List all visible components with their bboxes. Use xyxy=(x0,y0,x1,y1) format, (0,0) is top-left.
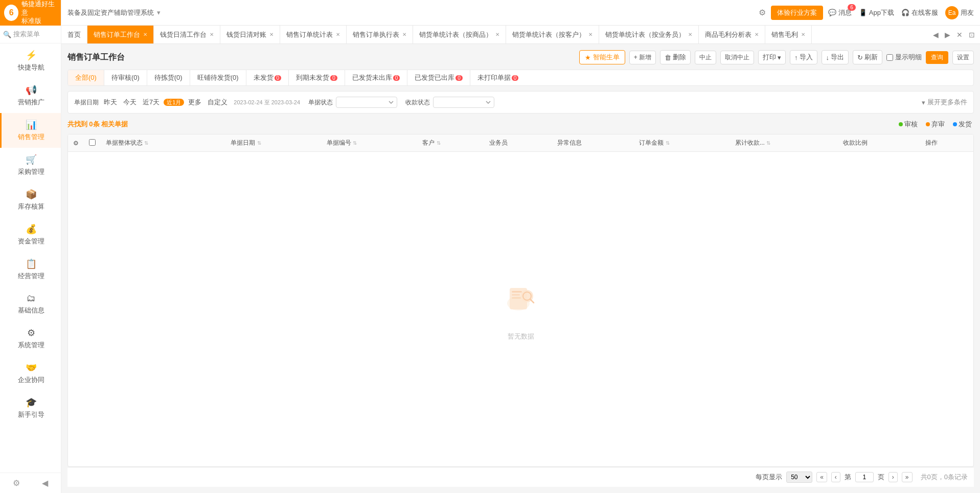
tab-close-product-margin[interactable]: ✕ xyxy=(755,32,759,37)
page-size-select[interactable]: 50 10 20 100 xyxy=(786,472,812,483)
tab-close-sales-exec[interactable]: ✕ xyxy=(402,32,406,37)
trial-btn[interactable]: 体验行业方案 xyxy=(771,6,823,20)
sidebar: 6 畅捷通好生意 标准版 🔍 搜索菜单 ⚡快捷导航📢营销推广📊销售管理🛒采购管理… xyxy=(0,0,61,493)
prev-page-btn[interactable]: ‹ xyxy=(831,472,840,482)
sidebar-item-finance[interactable]: 💰资金管理 xyxy=(0,217,61,252)
tab-product-margin[interactable]: 商品毛利分析表✕ xyxy=(699,26,765,44)
th-amount[interactable]: 订单金额 ⇅ xyxy=(634,135,730,152)
tab-cash-reconcile[interactable]: 钱货日清对账✕ xyxy=(220,26,280,44)
th-date[interactable]: 单据日期 ⇅ xyxy=(225,135,322,152)
th-staff[interactable]: 业务员 xyxy=(484,135,552,152)
sub-tab-pending-inspect[interactable]: 待拣货(0) xyxy=(147,70,190,85)
th-status[interactable]: 单据整体状态 ⇅ xyxy=(101,135,225,152)
date-option-近7天[interactable]: 近7天 xyxy=(141,97,162,107)
tab-sales-workbench[interactable]: 销售订单工作台✕ xyxy=(87,26,154,44)
audit-action-btn[interactable]: 审核 xyxy=(897,119,920,130)
sub-tab-shipped-out[interactable]: 已发货已出库0 xyxy=(407,70,470,85)
new-btn[interactable]: + 新增 xyxy=(629,51,656,64)
payment-select[interactable] xyxy=(433,97,494,108)
system-icon: ⚙ xyxy=(27,327,35,339)
stop-btn[interactable]: 中止 xyxy=(695,51,716,64)
sub-tab-all[interactable]: 全部(0) xyxy=(68,70,104,85)
ship-action-btn[interactable]: 发货 xyxy=(951,119,974,130)
page-number-input[interactable] xyxy=(855,472,874,482)
sidebar-item-sales[interactable]: 📊销售管理 xyxy=(0,113,61,148)
th-abnormal[interactable]: 异常信息 xyxy=(552,135,634,152)
next-page-btn[interactable]: › xyxy=(888,472,898,482)
online-service-btn[interactable]: 🎧 在线客服 xyxy=(901,8,938,17)
collapse-icon[interactable]: ◀ xyxy=(42,478,48,488)
sidebar-item-purchase[interactable]: 🛒采购管理 xyxy=(0,148,61,183)
query-btn[interactable]: 查询 xyxy=(926,51,948,64)
sidebar-item-enterprise[interactable]: 🤝企业协同 xyxy=(0,356,61,391)
tab-sales-stats-customer[interactable]: 销货单统计表（按客户）✕ xyxy=(506,26,599,44)
settings-icon[interactable]: ⚙ xyxy=(13,478,20,488)
show-detail-label[interactable]: 显示明细 xyxy=(886,53,922,62)
tab-right-arrow[interactable]: ▶ xyxy=(943,30,952,40)
tab-close-sales-stats-customer[interactable]: ✕ xyxy=(588,32,592,37)
settings-btn[interactable]: 设置 xyxy=(952,51,974,64)
tab-sales-stats-staff[interactable]: 销货单统计表（按业务员）✕ xyxy=(599,26,699,44)
sub-tab-not-shipped[interactable]: 未发货0 xyxy=(246,70,289,85)
sidebar-item-guide[interactable]: 🎓新手引导 xyxy=(0,391,61,425)
sidebar-item-system[interactable]: ⚙系统管理 xyxy=(0,321,61,356)
cancel-stop-btn[interactable]: 取消中止 xyxy=(720,51,754,64)
sidebar-item-inventory[interactable]: 📦库存核算 xyxy=(0,183,61,217)
tab-sales-exec[interactable]: 销售订单执行表✕ xyxy=(347,26,413,44)
tab-sales-profit[interactable]: 销售毛利✕ xyxy=(765,26,812,44)
date-option-今天[interactable]: 今天 xyxy=(121,97,139,107)
th-ratio[interactable]: 收款比例 xyxy=(838,135,920,152)
app-download-btn[interactable]: 📱 App下载 xyxy=(859,8,894,17)
import-btn[interactable]: ↑ 导入 xyxy=(790,50,817,64)
tab-close-sales-profit[interactable]: ✕ xyxy=(801,32,805,37)
sidebar-search[interactable]: 🔍 搜索菜单 xyxy=(0,26,61,43)
select-all-checkbox[interactable] xyxy=(89,139,96,146)
sidebar-item-basic[interactable]: 🗂基础信息 xyxy=(0,287,61,321)
last-page-btn[interactable]: » xyxy=(902,472,913,482)
tab-expand[interactable]: ⊡ xyxy=(967,30,977,40)
tab-sales-stats-product[interactable]: 销货单统计表（按商品）✕ xyxy=(413,26,506,44)
delete-btn[interactable]: 🗑 删除 xyxy=(660,50,691,64)
tab-close-cash-daily[interactable]: ✕ xyxy=(210,32,214,37)
tab-close-sales-workbench[interactable]: ✕ xyxy=(143,32,147,37)
sidebar-item-quick-nav[interactable]: ⚡快捷导航 xyxy=(0,43,61,78)
sub-tab-expired-not-shipped[interactable]: 到期未发货0 xyxy=(289,70,345,85)
tab-home[interactable]: 首页 xyxy=(61,26,87,44)
user-menu-btn[interactable]: Ea 用友 xyxy=(945,6,974,19)
th-checkbox[interactable] xyxy=(84,135,101,152)
th-collected[interactable]: 累计收款... ⇅ xyxy=(730,135,838,152)
export-btn[interactable]: ↓ 导出 xyxy=(822,50,849,64)
sub-tab-pending-review[interactable]: 待审核(0) xyxy=(104,70,147,85)
sub-tab-not-printed[interactable]: 未打印单据0 xyxy=(470,70,526,85)
th-customer[interactable]: 客户 ⇅ xyxy=(417,135,484,152)
date-option-昨天[interactable]: 昨天 xyxy=(102,97,119,107)
th-number[interactable]: 单据编号 ⇅ xyxy=(322,135,418,152)
refresh-btn[interactable]: ↻ 刷新 xyxy=(853,50,882,64)
print-btn[interactable]: 打印 ▾ xyxy=(758,50,786,64)
smart-create-btn[interactable]: ★ 智能生单 xyxy=(579,50,625,64)
tab-cash-daily[interactable]: 钱货日清工作台✕ xyxy=(154,26,220,44)
tab-sales-stats[interactable]: 销售订单统计表✕ xyxy=(280,26,347,44)
date-option-更多[interactable]: 更多 xyxy=(186,97,203,107)
tab-close-cash-reconcile[interactable]: ✕ xyxy=(269,32,274,37)
sidebar-item-operations[interactable]: 📋经营管理 xyxy=(0,252,61,287)
message-btn[interactable]: 💬 消息 6 xyxy=(828,8,852,17)
cancel-audit-action-btn[interactable]: 弃审 xyxy=(924,119,947,130)
topbar-settings-icon[interactable]: ⚙ xyxy=(759,8,766,17)
status-select[interactable] xyxy=(336,97,397,108)
date-active-badge[interactable]: 近1月 xyxy=(164,99,184,106)
tab-left-arrow[interactable]: ◀ xyxy=(931,30,941,40)
tab-close-sales-stats[interactable]: ✕ xyxy=(336,32,340,37)
tab-close-sales-stats-product[interactable]: ✕ xyxy=(495,32,499,37)
show-detail-checkbox[interactable] xyxy=(886,54,893,61)
filter-expand-btn[interactable]: ▾ 展开更多条件 xyxy=(922,98,967,107)
date-option-自定义[interactable]: 自定义 xyxy=(206,97,230,107)
first-page-btn[interactable]: « xyxy=(816,472,827,482)
sub-tab-shipped-not-out[interactable]: 已发货未出库0 xyxy=(345,70,408,85)
tab-close-all[interactable]: ✕ xyxy=(954,30,965,40)
sidebar-item-marketing[interactable]: 📢营销推广 xyxy=(0,78,61,113)
th-gear[interactable]: ⚙ xyxy=(68,135,84,152)
system-dropdown-icon[interactable]: ▾ xyxy=(157,9,161,16)
tab-close-sales-stats-staff[interactable]: ✕ xyxy=(688,32,692,37)
sub-tab-wangpu-pending-ship[interactable]: 旺铺待发货(0) xyxy=(190,70,246,85)
